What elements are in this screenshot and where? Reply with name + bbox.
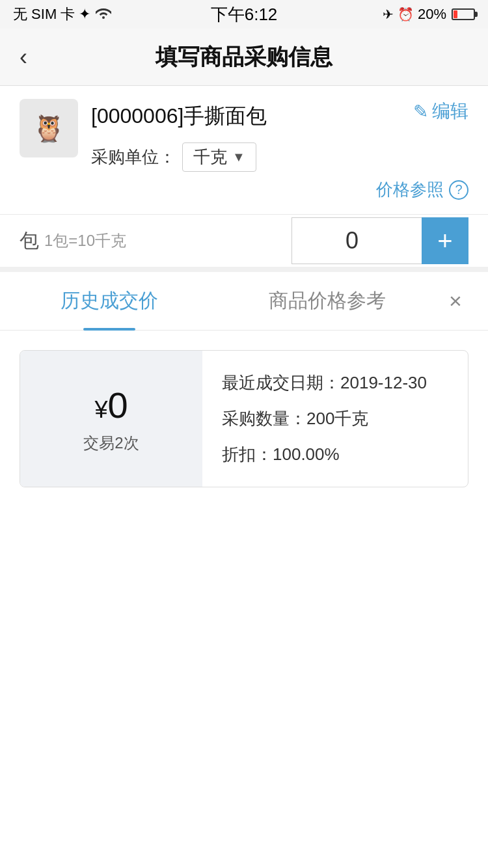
tab-history-label: 历史成交价 [61, 288, 158, 314]
product-left: 🦉 [0000006]手撕面包 采购单位： 千克 ▼ [20, 99, 267, 172]
price-trades: 交易2次 [83, 433, 139, 454]
tab-history-price[interactable]: 历史成交价 [0, 272, 218, 331]
edit-icon: ✎ [413, 101, 428, 122]
price-ref-row: 价格参照 ? [20, 178, 468, 201]
product-info: [0000006]手撕面包 采购单位： 千克 ▼ [91, 99, 267, 172]
status-bar: 无 SIM 卡 ✦ 下午6:12 ✈ ⏰ 20% [0, 0, 488, 29]
panel-section: 历史成交价 商品价格参考 × ¥0 交易2次 最近成交日期：2019-12-30… [0, 272, 488, 868]
price-detail-discount: 折扣：100.00% [222, 442, 448, 467]
edit-button[interactable]: ✎ 编辑 [413, 99, 468, 124]
price-detail-date: 最近成交日期：2019-12-30 [222, 370, 448, 396]
product-header: 🦉 [0000006]手撕面包 采购单位： 千克 ▼ ✎ 编辑 [20, 99, 468, 172]
price-detail-qty: 采购数量：200千克 [222, 406, 448, 431]
date-label: 最近成交日期： [222, 373, 340, 392]
price-card: ¥0 交易2次 最近成交日期：2019-12-30 采购数量：200千克 折扣：… [20, 350, 468, 487]
discount-value: 100.00% [273, 444, 340, 464]
tab-price-ref[interactable]: 商品价格参考 [218, 272, 436, 331]
unit-label: 采购单位： [91, 146, 176, 169]
quantity-section: 包 1包=10千克 + [0, 215, 488, 272]
battery-percent: 20% [418, 6, 446, 23]
battery-icon [452, 8, 475, 20]
edit-label: 编辑 [432, 99, 468, 124]
price-currency: ¥ [94, 396, 107, 423]
quantity-unit-info: 包 1包=10千克 [20, 228, 126, 254]
quantity-plus-button[interactable]: + [422, 217, 468, 264]
product-logo: 🦉 [33, 113, 65, 144]
location-icon: ✈ [383, 7, 394, 22]
discount-label: 折扣： [222, 444, 273, 464]
unit-value: 千克 [193, 146, 227, 169]
nav-bar: ‹ 填写商品采购信息 [0, 29, 488, 86]
quantity-conversion: 1包=10千克 [44, 230, 126, 251]
status-left: 无 SIM 卡 ✦ [13, 5, 111, 24]
product-unit-row: 采购单位： 千克 ▼ [91, 142, 267, 172]
dropdown-arrow-icon: ▼ [232, 150, 245, 165]
back-button[interactable]: ‹ [0, 44, 47, 71]
price-value: 0 [107, 385, 128, 426]
remaining-background [0, 507, 488, 868]
unit-dropdown[interactable]: 千克 ▼ [182, 142, 256, 172]
tab-price-ref-label: 商品价格参考 [269, 288, 386, 314]
product-name: [0000006]手撕面包 [91, 102, 267, 131]
tab-underline [83, 328, 135, 331]
battery-fill [454, 10, 457, 18]
panel-tabs: 历史成交价 商品价格参考 × [0, 272, 488, 331]
wifi-icon [96, 6, 111, 23]
quantity-row: 包 1包=10千克 + [0, 215, 488, 267]
page-title: 填写商品采购信息 [156, 42, 332, 72]
date-value: 2019-12-30 [340, 373, 427, 392]
product-thumbnail: 🦉 [20, 99, 78, 157]
price-card-right: 最近成交日期：2019-12-30 采购数量：200千克 折扣：100.00% [202, 351, 468, 487]
price-amount: ¥0 [94, 384, 128, 426]
qty-value: 200千克 [306, 409, 368, 428]
quantity-unit-big: 包 [20, 228, 39, 254]
status-right: ✈ ⏰ 20% [383, 6, 475, 23]
product-section: 🦉 [0000006]手撕面包 采购单位： 千克 ▼ ✎ 编辑 价格参照 ? [0, 86, 488, 215]
qty-label: 采购数量： [222, 409, 306, 428]
alarm-icon: ⏰ [398, 7, 414, 22]
sim-signal: 无 SIM 卡 ✦ [13, 5, 90, 24]
status-time: 下午6:12 [211, 3, 278, 26]
price-ref-label[interactable]: 价格参照 [376, 178, 444, 201]
quantity-input-area: + [291, 217, 468, 264]
price-ref-help-icon[interactable]: ? [449, 180, 468, 200]
price-card-left: ¥0 交易2次 [20, 351, 202, 487]
tab-close-button[interactable]: × [436, 288, 488, 314]
quantity-input[interactable] [291, 217, 422, 264]
